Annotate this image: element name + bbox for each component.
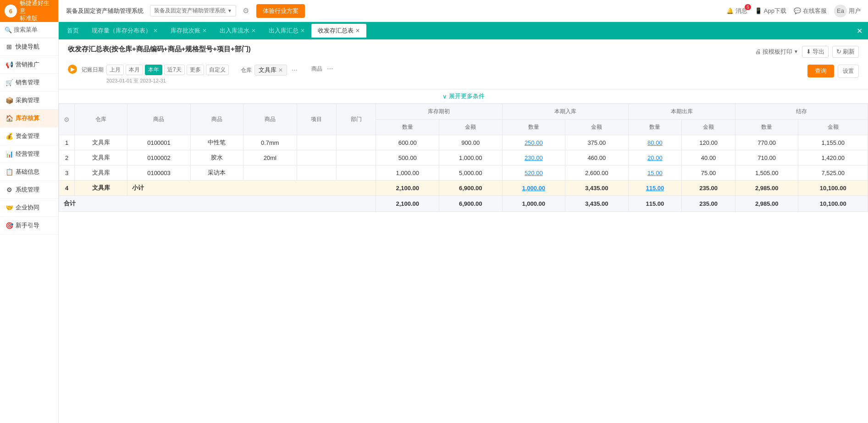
cell-in-qty[interactable]: 520.00 [502, 165, 565, 181]
subtotal-label: 小计 [127, 181, 376, 196]
query-btn[interactable]: 查询 [807, 65, 834, 77]
newbie-icon: 🎯 [6, 222, 13, 229]
expand-conditions-btn[interactable]: ∨ 展开更多条件 [442, 92, 485, 100]
tab-home[interactable]: 首页 [61, 24, 85, 38]
date-btn-prev-month[interactable]: 上月 [106, 65, 124, 75]
cell-bal-amt: 1,155.00 [798, 135, 868, 150]
online-service-action[interactable]: 💬 在线客服 [794, 7, 827, 15]
tab-inventory-dist[interactable]: 现存量（库存分布表） ✕ [85, 24, 164, 38]
tab-recv-ship-summary[interactable]: 收发存汇总表 ✕ [311, 24, 366, 38]
cell-out-amt: 40.00 [682, 150, 735, 165]
print-btn[interactable]: 🖨 按模板打印 ▼ [755, 48, 798, 56]
sidebar-item-finance[interactable]: 💰 资金管理 [0, 127, 58, 145]
tab-close-inventory-dist[interactable]: ✕ [153, 27, 158, 34]
cell-code: 0100002 [127, 150, 191, 165]
export-btn[interactable]: ⬇ 导出 [802, 46, 829, 58]
chevron-down-icon: ▼ [227, 8, 232, 13]
date-btn-more[interactable]: 更多 [187, 65, 204, 75]
date-btn-this-month[interactable]: 本月 [126, 65, 143, 75]
subtotal-out-qty[interactable]: 115.00 [628, 181, 682, 196]
total-open-qty: 2,100.00 [376, 196, 439, 212]
search-menu[interactable]: 🔍 搜索菜单 [0, 22, 58, 38]
date-btn-this-year[interactable]: 本年 [145, 65, 162, 75]
system-icon: ⚙ [6, 186, 13, 193]
sidebar-item-corp-collab[interactable]: 🤝 企业协同 [0, 199, 58, 217]
cell-goods: 采访本 [190, 165, 243, 181]
cell-out-qty[interactable]: 15.00 [628, 165, 682, 181]
sidebar-item-base-info[interactable]: 📋 基础信息 [0, 163, 58, 181]
tab-bar-close-btn[interactable]: ✕ [853, 27, 866, 35]
cell-in-qty[interactable]: 250.00 [502, 135, 565, 150]
th-opening: 库存期初 [376, 104, 502, 120]
cell-in-amt: 375.00 [565, 135, 629, 150]
th-warehouse: 仓库 [75, 104, 127, 135]
sidebar-item-inventory[interactable]: 🏠 库存核算 [0, 110, 58, 127]
inventory-icon: 🏠 [6, 115, 13, 122]
warehouse-filter-tag[interactable]: 文具库 ✕ [254, 65, 287, 76]
cell-open-qty: 600.00 [376, 135, 439, 150]
table-gear-icon[interactable]: ⚙ [64, 116, 70, 123]
right-actions: 🖨 按模板打印 ▼ ⬇ 导出 ↻ 刷新 [755, 46, 859, 58]
warehouse-filter-more[interactable]: ··· [290, 66, 299, 74]
download-icon: 📱 [755, 7, 762, 14]
subtotal-open-amt: 6,900.00 [439, 181, 502, 196]
date-btn-custom[interactable]: 自定义 [206, 65, 229, 75]
sidebar-item-newbie[interactable]: 🎯 新手引导 [0, 217, 58, 235]
data-table-container: ⚙ 仓库 商品 商品 商品 项目 部门 库存期初 本期入库 本期出库 结存 数量 [59, 104, 868, 212]
th-in-qty: 数量 [502, 120, 565, 135]
trial-btn[interactable]: 体验行业方案 [256, 4, 305, 18]
page-content: 收发存汇总表(按仓库+商品编码+商品+规格型号+项目+部门) 🖨 按模板打印 ▼… [59, 39, 868, 423]
cell-bal-amt: 7,525.00 [798, 165, 868, 181]
header-selector[interactable]: 装备及固定资产辅助管理系统 ▼ [150, 5, 236, 16]
subtotal-out-amt: 235.00 [682, 181, 735, 196]
table-row: 3 文具库 0100003 采访本 1,000.00 5,000.00 520.… [59, 165, 868, 181]
logo-text: 畅捷通好生意 标准版 [20, 0, 54, 22]
tab-batch[interactable]: 库存批次账 ✕ [164, 24, 213, 38]
th-settings[interactable]: ⚙ [59, 104, 75, 135]
cell-spec: 0.7mm [243, 135, 297, 150]
cell-in-qty[interactable]: 230.00 [502, 150, 565, 165]
tab-in-out-summary[interactable]: 出入库汇总 ✕ [262, 24, 311, 38]
table-header-group: ⚙ 仓库 商品 商品 商品 项目 部门 库存期初 本期入库 本期出库 结存 [59, 104, 868, 120]
sidebar-item-marketing[interactable]: 📢 营销推广 [0, 56, 58, 74]
user-action[interactable]: Ea 用户 [834, 5, 861, 17]
sidebar-item-quick-nav[interactable]: ⊞ 快捷导航 [0, 38, 58, 56]
cell-out-qty[interactable]: 80.00 [628, 135, 682, 150]
total-row: 合计 2,100.00 6,900.00 1,000.00 3,435.00 1… [59, 196, 868, 212]
warehouse-tag-close[interactable]: ✕ [278, 67, 283, 73]
operations-icon: 📊 [6, 150, 13, 158]
goods-filter-more[interactable]: ··· [325, 65, 335, 73]
subtotal-in-qty[interactable]: 1,000.00 [502, 181, 565, 196]
purchase-icon: 📦 [6, 97, 13, 104]
main-area: 装备及固定资产辅助管理系统 装备及固定资产辅助管理系统 ▼ ⚙ 体验行业方案 🔔… [59, 0, 868, 423]
sidebar-item-system[interactable]: ⚙ 系统管理 [0, 181, 58, 199]
tab-close-recv-ship-summary[interactable]: ✕ [355, 27, 360, 34]
sidebar-item-operations[interactable]: 📊 经营管理 [0, 145, 58, 163]
sidebar-item-purchase[interactable]: 📦 采购管理 [0, 92, 58, 110]
subtotal-in-amt: 3,435.00 [565, 181, 629, 196]
gear-settings-icon[interactable]: ⚙ [243, 6, 249, 15]
date-btn-7days[interactable]: 近7天 [164, 65, 185, 75]
refresh-btn[interactable]: ↻ 刷新 [832, 46, 859, 58]
tab-close-in-out-summary[interactable]: ✕ [300, 27, 305, 34]
cell-no: 1 [59, 135, 75, 150]
tab-in-out-flow[interactable]: 出入库流水 ✕ [213, 24, 262, 38]
th-spec: 商品 [243, 104, 297, 135]
notifications-action[interactable]: 🔔 消息 6 [726, 7, 747, 15]
corp-collab-icon: 🤝 [6, 204, 13, 211]
settings-btn[interactable]: 设置 [838, 65, 859, 78]
th-project: 项目 [297, 104, 336, 135]
avatar: Ea [834, 5, 847, 17]
app-download-action[interactable]: 📱 App下载 [755, 7, 786, 15]
tab-close-batch[interactable]: ✕ [202, 27, 207, 34]
th-out-amt: 金额 [682, 120, 735, 135]
th-dept: 部门 [337, 104, 376, 135]
sidebar-item-sales[interactable]: 🛒 销售管理 [0, 74, 58, 92]
filter-row: ▶ 记账日期 上月 本月 本年 近7天 更多 自定义 [59, 60, 868, 89]
cell-project [297, 165, 336, 181]
tab-close-in-out-flow[interactable]: ✕ [251, 27, 256, 34]
header-left: 装备及固定资产辅助管理系统 装备及固定资产辅助管理系统 ▼ ⚙ 体验行业方案 [66, 4, 305, 18]
cell-out-qty[interactable]: 20.00 [628, 150, 682, 165]
filter-toggle-arrow[interactable]: ▶ [68, 65, 77, 74]
th-balance: 结存 [735, 104, 868, 120]
